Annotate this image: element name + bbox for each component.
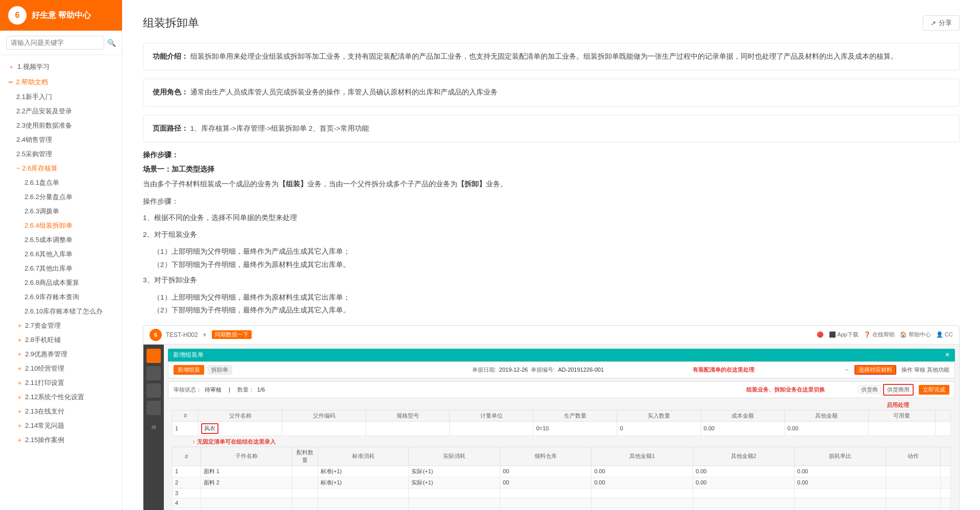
nav-item-215[interactable]: ＋2.15操作案例 [0, 433, 122, 447]
sub-steps-3: （1）上部明细为父件明细，最终作为原材料生成其它出库单； （2）下部明细为子件明… [153, 291, 960, 317]
table-row: 2面料 2 标准(+1)实际(+1)00 0.000.000.00 [173, 477, 951, 488]
table-row: 5 [173, 507, 951, 510]
page-path-section: 页面路径： 1、库存核算->库存管理->组装拆卸单 2、首页->常用功能 [143, 115, 960, 142]
nav-item-213[interactable]: ＋2.13在线支付 [0, 404, 122, 419]
screenshot-content: 间 新增组装单 ✕ 新增组装 拆卸单 单据日期: 2019-1 [143, 345, 959, 510]
screenshot-mini-sidebar: 间 [143, 345, 164, 510]
screenshot-sidebar-icon-2 [146, 366, 161, 380]
step1: 1、根据不同的业务，选择不同单据的类型来处理 [143, 212, 960, 224]
screenshot-sidebar-icon-1 [146, 349, 161, 363]
operations-area: 操作步骤： 场景一：加工类型选择 当由多个子件材料组装成一个成品的业务为【组装】… [143, 151, 960, 317]
nav-item-23[interactable]: 2.3使用前数据准备 [0, 118, 122, 133]
sub-step-3-1: （1）上部明细为父件明细，最终作为原材料生成其它出库单； [153, 291, 960, 304]
nav-item-266[interactable]: 2.6.6其他入库单 [0, 247, 122, 261]
sub-step-3-2: （2）下部明细为子件明细，最终作为产成品生成其它入库单。 [153, 304, 960, 317]
sub-steps-2: （1）上部明细为父件明细，最终作为产成品生成其它入库单； （2）下部明细为子件明… [153, 245, 960, 271]
nav-item-267[interactable]: 2.6.7其他出库单 [0, 261, 122, 276]
sub-step-2-2: （2）下部明细为子件明细，最终作为原材料生成其它出库单。 [153, 258, 960, 272]
user-role-section: 使用角色： 通常由生产人员或库管人员完成拆装业务的操作，库管人员确认原材料的出库… [143, 79, 960, 106]
scene1-desc: 当由多个子件材料组装成一个成品的业务为【组装】业务，当由一个父件拆分成多个子产品… [143, 178, 960, 190]
screenshot-app-id: TEST-H002 [166, 331, 198, 338]
screenshot-icon-user: 👤 CC [936, 331, 953, 338]
feature-intro-label: 功能介绍： [153, 53, 188, 60]
nav-section-1[interactable]: ＋ 1.视频学习 [0, 59, 122, 75]
nav-item-263[interactable]: 2.6.3调拨单 [0, 204, 122, 218]
screenshot-bottom-table-wrapper: #子件名称配料数量标准消耗 实际消耗领料仓库其他金额1其他金额2损耗率比动作 1… [168, 447, 955, 510]
screenshot-icon-home: 🏠 帮助中心 [900, 331, 931, 338]
screenshot-app-header: 6 TEST-H002 ▼ 同期数据一下 🔴 ⬛ App下载 ❓ 在线帮助 🏠 … [143, 326, 959, 345]
screenshot-tab-disassembly: 拆卸单 [207, 365, 232, 375]
sidebar-header: 6 好生意 帮助中心 [0, 0, 122, 31]
screenshot-form-area: 新增组装单 ✕ 新增组装 拆卸单 单据日期: 2019-12-26 单据编号: … [164, 345, 959, 510]
search-icon[interactable]: 🔍 [107, 39, 116, 47]
nav-item-21[interactable]: 2.1新手入门 [0, 90, 122, 104]
screenshot-icon-help: ❓ 在线帮助 [864, 331, 895, 338]
feature-intro-text: 组装拆卸单用来处理企业组装或拆卸等加工业务，支持有固定装配清单的产品加工业务，也… [190, 53, 898, 60]
search-input[interactable] [6, 36, 104, 50]
nav-tree: ＋ 1.视频学习 − 2.帮助文档 2.1新手入门 2.2产品安装及登录 2.3… [0, 55, 122, 510]
screenshot-form-tabs: 新增组装 拆卸单 单据日期: 2019-12-26 单据编号: AD-20191… [168, 361, 955, 378]
feature-intro-section: 功能介绍： 组装拆卸单用来处理企业组装或拆卸等加工业务，支持有固定装配清单的产品… [143, 43, 960, 70]
screenshot-container: 6 TEST-H002 ▼ 同期数据一下 🔴 ⬛ App下载 ❓ 在线帮助 🏠 … [143, 325, 960, 510]
screenshot-icon-apps: ⬛ App下载 [829, 331, 859, 338]
share-icon: ↗ [930, 19, 936, 27]
nav-item-26[interactable]: − 2.6库存核算 [0, 161, 122, 176]
screenshot-sidebar-icon-3 [146, 383, 161, 398]
screenshot-modal-header: 新增组装单 ✕ [168, 349, 955, 361]
nav-item-210[interactable]: ＋2.10经营管理 [0, 361, 122, 376]
annotation-no-fixed: ↑ 无固定清单可在组结在这里录入 [168, 436, 955, 447]
screenshot-tab-new-assembly: 新增组装 [174, 365, 204, 375]
search-box: 🔍 [0, 31, 122, 55]
nav-section-2[interactable]: − 2.帮助文档 [0, 75, 122, 90]
nav-item-2610[interactable]: 2.6.10库存账本错了怎么办 [0, 304, 122, 319]
nav-item-29[interactable]: ＋2.9优惠券管理 [0, 347, 122, 361]
sub-step-2-1: （1）上部明细为父件明细，最终作为产成品生成其它入库单； [153, 245, 960, 258]
screenshot-sidebar-icon-4 [146, 401, 161, 415]
page-path-label: 页面路径： [153, 125, 188, 132]
screenshot-top-table: #父件名称父件编码规格型号计量单位 生产数量实入数量成本金额其他金额可用量 1 … [172, 410, 951, 436]
screenshot-toolbar-right: 🔴 ⬛ App下载 ❓ 在线帮助 🏠 帮助中心 👤 CC [817, 331, 953, 338]
expand-icon-2: − [8, 78, 13, 87]
table-row: 1面料 1 标准(+1)实际(+1)00 0.000.000.00 [173, 466, 951, 477]
screenshot-btn-match: 选择对应材料 [854, 365, 896, 375]
logo-icon: 6 [8, 6, 27, 25]
nav-item-212[interactable]: ＋2.12系统个性化设置 [0, 390, 122, 404]
nav-section-2-label: 2.帮助文档 [16, 78, 48, 87]
page-path-text: 1、库存核算->库存管理->组装拆卸单 2、首页->常用功能 [190, 125, 369, 132]
nav-item-261[interactable]: 2.6.1盘点单 [0, 176, 122, 190]
nav-item-28[interactable]: ＋2.8手机旺铺 [0, 333, 122, 347]
page-title-bar: 组装拆卸单 ↗ 分享 [143, 15, 960, 31]
screenshot-logo: 6 [150, 329, 162, 341]
screenshot-form-status: 审核状态： 待审核 | 数量： 1/6 组装业务、拆卸业务在这里切换 供货商 供… [168, 381, 955, 398]
annotation-row: 启用处理 [168, 401, 950, 409]
screenshot-bottom-table: #子件名称配料数量标准消耗 实际消耗领料仓库其他金额1其他金额2损耗率比动作 1… [172, 447, 951, 510]
nav-item-264[interactable]: 2.6.4组装拆卸单 [0, 218, 122, 233]
step3: 3、对于拆卸业务 [143, 274, 960, 286]
expand-icon-1: ＋ [8, 63, 14, 71]
nav-item-265[interactable]: 2.6.5成本调整单 [0, 233, 122, 247]
scene1-heading: 场景一：加工类型选择 [143, 165, 960, 174]
main-content: 组装拆卸单 ↗ 分享 功能介绍： 组装拆卸单用来处理企业组装或拆卸等加工业务，支… [122, 0, 980, 510]
share-label: 分享 [939, 18, 952, 28]
nav-item-25[interactable]: 2.5采购管理 [0, 147, 122, 161]
nav-item-27[interactable]: ＋2.7资金管理 [0, 319, 122, 333]
page-title: 组装拆卸单 [143, 15, 199, 31]
screenshot-top-table-wrapper: #父件名称父件编码规格型号计量单位 生产数量实入数量成本金额其他金额可用量 1 … [168, 410, 955, 436]
user-role-text: 通常由生产人员或库管人员完成拆装业务的操作，库管人员确认原材料的出库和产成品的入… [190, 88, 498, 96]
share-button[interactable]: ↗ 分享 [923, 15, 960, 31]
nav-item-262[interactable]: 2.6.2分量盘点单 [0, 190, 122, 204]
user-role-label: 使用角色： [153, 88, 188, 96]
screenshot-confirm-btn: 立即完成 [919, 385, 949, 395]
nav-item-268[interactable]: 2.6.8商品成本重算 [0, 276, 122, 290]
nav-item-214[interactable]: ＋2.14常见问题 [0, 419, 122, 433]
table-row: 4 [173, 498, 951, 507]
brand-name: 好生意 帮助中心 [32, 10, 91, 21]
table-row: 3 [173, 488, 951, 498]
nav-item-22[interactable]: 2.2产品安装及登录 [0, 104, 122, 118]
nav-item-24[interactable]: 2.4销售管理 [0, 133, 122, 147]
nav-item-211[interactable]: ＋2.11打印设置 [0, 376, 122, 390]
sidebar: 6 好生意 帮助中心 🔍 ＋ 1.视频学习 − 2.帮助文档 2.1新手入门 2… [0, 0, 122, 510]
step2: 2、对于组装业务 [143, 229, 960, 241]
table-row: 1 风衣 0=1000.000.00 [173, 421, 951, 435]
nav-item-269[interactable]: 2.6.9库存账本查询 [0, 290, 122, 304]
